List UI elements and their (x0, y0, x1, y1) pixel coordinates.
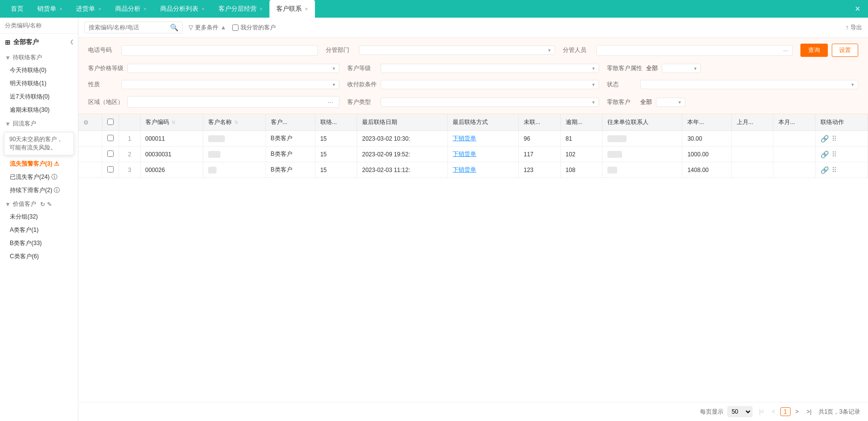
sidebar-item-ungrouped[interactable]: 未分组(32) (0, 210, 78, 223)
sidebar-item-tomorrow[interactable]: 明天待联络(1) (0, 77, 78, 90)
region-dots[interactable]: ··· (326, 98, 336, 106)
action-more-icon-2[interactable]: ⠿ (832, 166, 837, 174)
filter-customer-type-select[interactable]: ▾ (381, 98, 599, 107)
checkbox-column-header[interactable] (102, 114, 119, 131)
sidebar-section-returning[interactable]: ▼ 回流客户 (0, 117, 78, 130)
filter-zero-attr-select[interactable]: ▾ (662, 64, 701, 73)
my-customers-checkbox[interactable] (232, 25, 239, 31)
filter-person-select[interactable]: ··· (596, 45, 793, 56)
row-overdue-1: 102 (560, 147, 603, 162)
sidebar-search-area: 🔍 (0, 18, 78, 34)
sidebar-item-class-c[interactable]: C类客户(6) (0, 250, 78, 263)
query-button[interactable]: 查询 (800, 44, 828, 57)
last-way-link-0[interactable]: 下销货单 (453, 135, 476, 142)
row-action-1: 🔗 ⠿ (815, 147, 868, 162)
filter-region-select[interactable]: ··· (127, 96, 339, 108)
sidebar-all-customers[interactable]: ⊞ 全部客户 《 (0, 34, 78, 50)
name-column-header[interactable]: 客户名称 ⇅ (203, 114, 265, 131)
tab-analysis[interactable]: 商品分析 × (108, 0, 153, 18)
last-way-link-1[interactable]: 下销货单 (453, 150, 476, 157)
sidebar-collapse-icon[interactable]: 《 (68, 39, 73, 46)
sidebar-item-class-b[interactable]: B类客户(33) (0, 237, 78, 250)
type-column-header[interactable]: 客户... (265, 114, 315, 131)
tab-customer-contact[interactable]: 客户联系 × (269, 0, 314, 18)
tab-customer-contact-close[interactable]: × (305, 6, 308, 12)
prev-page-btn[interactable]: < (769, 407, 778, 416)
index-column-header (119, 114, 140, 131)
filter-status-label: 状态 (607, 80, 636, 89)
next-page-btn[interactable]: > (793, 407, 802, 416)
last-contact-date-column-header[interactable]: 最后联络日期 (357, 114, 448, 131)
action-link-icon-2[interactable]: 🔗 (820, 166, 829, 174)
current-page[interactable]: 1 (780, 407, 791, 416)
contact-column-header[interactable]: 联络... (315, 114, 357, 131)
last-month-column-header[interactable]: 上月... (731, 114, 773, 131)
sidebar-item-lost[interactable]: 已流失客户(24) ⓘ (0, 171, 78, 184)
filter-dept-select[interactable]: ▾ (359, 46, 555, 55)
tab-customer-layer-close[interactable]: × (260, 6, 263, 12)
row-checkbox-1[interactable] (107, 150, 114, 157)
per-page-select[interactable]: 50 100 (727, 406, 752, 417)
action-more-icon-1[interactable]: ⠿ (832, 150, 837, 158)
last-page-btn[interactable]: >| (804, 407, 815, 416)
this-year-column-header[interactable]: 本年... (682, 114, 731, 131)
tab-home[interactable]: 首页 (4, 0, 30, 18)
sidebar-item-class-a[interactable]: A类客户(1) (0, 223, 78, 237)
sidebar-item-loss-warning[interactable]: 流失预警客户(3) ⚠ (0, 157, 78, 171)
filter-payment-select[interactable]: ▾ (381, 80, 599, 89)
row-last-month-2 (731, 162, 773, 178)
tab-customer-layer[interactable]: 客户分层经营 × (212, 0, 269, 18)
row-index-0: 1 (119, 131, 140, 147)
filter-phone-input[interactable] (121, 45, 318, 56)
edit-icon[interactable]: ✎ (47, 201, 52, 208)
filter-status: 状态 ▾ (603, 78, 862, 91)
refresh-icon[interactable]: ↻ (40, 201, 45, 208)
unit-contact-column-header[interactable]: 往来单位联系人 (603, 114, 682, 131)
overdue-column-header[interactable]: 逾期... (560, 114, 603, 131)
tab-purchase[interactable]: 进货单 × (69, 0, 108, 18)
tab-sales[interactable]: 销货单 × (30, 0, 69, 18)
sidebar-item-declining[interactable]: 持续下滑客户(2) ⓘ (0, 184, 78, 197)
tab-purchase-close[interactable]: × (98, 6, 101, 12)
search-input-wrap: 🔍 (84, 22, 183, 33)
tab-analysis-list-close[interactable]: × (201, 6, 204, 12)
row-settings-1 (78, 147, 102, 162)
sidebar-item-7days[interactable]: 近7天待联络(0) (0, 90, 78, 103)
row-last-way-1: 下销货单 (448, 147, 519, 162)
filter-customer-level-select[interactable]: ▾ (381, 64, 599, 73)
first-page-btn[interactable]: |< (756, 407, 767, 416)
sidebar-section-pending[interactable]: ▼ 待联络客户 (0, 50, 78, 64)
sidebar-item-overdue[interactable]: 逾期未联络(30) (0, 103, 78, 117)
close-all-tabs[interactable]: × (851, 4, 864, 14)
dots-person[interactable]: ··· (783, 47, 788, 54)
tab-analysis-close[interactable]: × (144, 6, 146, 12)
action-more-icon-0[interactable]: ⠿ (832, 135, 837, 143)
sidebar-section-value[interactable]: ▼ 价值客户 ↻ ✎ (0, 197, 78, 210)
filter-zero-customer-select[interactable]: ▾ (656, 98, 685, 107)
action-link-icon-1[interactable]: 🔗 (820, 150, 829, 158)
search-submit-icon[interactable]: 🔍 (170, 24, 178, 31)
filter-price-select[interactable]: ▾ (127, 64, 339, 73)
last-contact-way-column-header[interactable]: 最后联络方式 (448, 114, 519, 131)
this-month-column-header[interactable]: 本月... (773, 114, 816, 131)
no-contact-column-header[interactable]: 未联... (519, 114, 561, 131)
code-column-header[interactable]: 客户编码 ⇅ (140, 114, 203, 131)
sidebar-item-today[interactable]: 今天待联络(0) (0, 64, 78, 77)
last-way-link-2[interactable]: 下销货单 (453, 166, 476, 173)
select-all-checkbox[interactable] (107, 119, 114, 125)
more-conditions-btn[interactable]: ▽ 更多条件 ▲ (189, 24, 226, 32)
row-this-year-2: 1408.00 (682, 162, 731, 178)
row-checkbox-2[interactable] (107, 166, 114, 173)
tab-sales-close[interactable]: × (59, 6, 62, 12)
settings-column-header[interactable]: ⚙ (78, 114, 102, 131)
settings-button[interactable]: 设置 (832, 44, 858, 57)
category-search-input[interactable] (5, 22, 78, 29)
search-input[interactable] (89, 24, 167, 31)
filter-nature-select[interactable]: ▾ (121, 80, 339, 89)
row-checkbox-0[interactable] (107, 135, 114, 141)
filter-status-select[interactable]: ▾ (640, 80, 858, 89)
action-link-icon-0[interactable]: 🔗 (820, 135, 829, 143)
tab-analysis-list[interactable]: 商品分析列表 × (153, 0, 211, 18)
export-btn[interactable]: ↑ 导出 (845, 24, 862, 32)
my-customers-checkbox-wrap[interactable]: 我分管的客户 (232, 24, 276, 32)
